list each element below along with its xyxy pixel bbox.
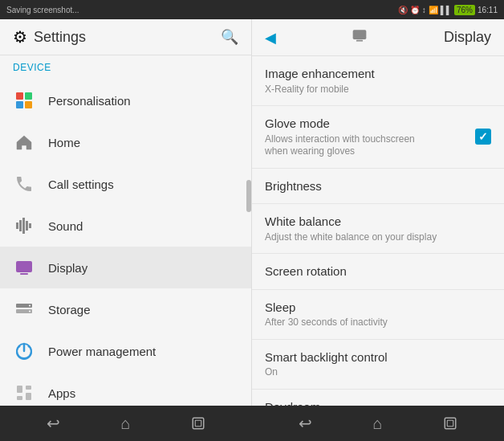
svg-rect-2 [16,101,23,108]
display-item-sleep[interactable]: Sleep After 30 seconds of inactivity [252,290,504,340]
search-button[interactable]: 🔍 [221,28,238,46]
right-home-button[interactable]: ⌂ [372,414,382,433]
signal-icon: ▌▌ [441,6,452,14]
settings-item-personalisation[interactable]: Personalisation [0,80,251,121]
glove-mode-text: Glove mode Allows interaction with touch… [265,116,469,158]
right-status-bar: 🔇 ⏰ ↕ 📶 ▌▌ 76% 16:11 [252,0,504,19]
scroll-indicator [246,180,251,212]
power-icon [13,340,35,362]
svg-rect-16 [17,386,22,393]
white-balance-title: White balance [265,214,491,230]
left-back-button[interactable]: ↩ [47,414,60,433]
svg-rect-23 [356,40,363,42]
home-icon [13,131,35,153]
svg-rect-3 [25,101,32,108]
svg-rect-10 [20,273,28,275]
left-home-button[interactable]: ⌂ [120,414,130,433]
svg-rect-25 [195,420,201,427]
svg-rect-4 [16,223,18,229]
svg-point-13 [29,305,30,307]
sleep-title: Sleep [265,300,491,316]
display-item-screen-rotation[interactable]: Screen rotation [252,254,504,290]
left-status-bar: Saving screenshot... [0,0,252,19]
power-label: Power management [48,345,156,358]
settings-item-display[interactable]: Display [0,247,251,288]
alarm-icon: ⏰ [410,6,420,14]
personalisation-icon [13,89,35,112]
display-item-image-enhancement[interactable]: Image enhancement X-Reality for mobile [252,56,504,106]
right-nav-bar: ↩ ⌂ [252,406,504,441]
smart-backlight-subtitle: On [265,366,491,379]
back-arrow-icon[interactable]: ◀ [265,29,276,47]
call-label: Call settings [48,178,114,191]
white-balance-subtitle: Adjust the white balance on your display [265,231,491,244]
sleep-text: Sleep After 30 seconds of inactivity [265,300,491,329]
time-display: 16:11 [478,6,498,14]
glove-mode-checkbox[interactable]: ✓ [475,129,491,145]
call-icon [13,173,35,195]
white-balance-text: White balance Adjust the white balance o… [265,214,491,243]
brightness-text: Brightness [265,178,491,194]
checkbox-check-icon: ✓ [478,130,488,143]
glove-mode-subtitle: Allows interaction with touchscreenwhen … [265,133,469,158]
smart-backlight-text: Smart backlight control On [265,349,491,379]
screen-rotation-title: Screen rotation [265,263,491,280]
left-nav-bar: ↩ ⌂ [0,406,252,441]
settings-item-power[interactable]: Power management [0,330,251,372]
image-enhancement-title: Image enhancement [265,66,491,82]
panels-wrapper: ⚙ Settings 🔍 DEVICE Personalisation Home… [0,19,504,406]
svg-rect-18 [17,396,22,400]
svg-rect-19 [26,393,31,400]
wifi-icon: 📶 [429,6,438,14]
svg-rect-26 [445,418,456,429]
screen-rotation-text: Screen rotation [265,263,491,280]
left-recent-button[interactable] [191,416,205,431]
device-section-label: DEVICE [0,55,251,76]
display-icon [13,256,35,279]
settings-item-sound[interactable]: Sound [0,205,251,247]
svg-rect-9 [16,261,32,272]
settings-item-storage[interactable]: Storage [0,288,251,330]
display-panel-icon [352,27,368,47]
mute-icon: 🔇 [398,6,408,14]
svg-rect-5 [19,220,22,231]
settings-item-call[interactable]: Call settings [0,163,251,205]
svg-rect-8 [29,223,31,228]
display-panel-title: Display [444,29,491,46]
svg-rect-6 [22,218,25,234]
right-back-button[interactable]: ↩ [299,414,312,433]
right-panel-header: ◀ Display [252,19,504,56]
display-item-glove-mode[interactable]: Glove mode Allows interaction with touch… [252,106,504,169]
smart-backlight-title: Smart backlight control [265,349,491,365]
right-panel: ◀ Display Image enhancement X-Reality fo… [252,19,504,406]
nav-bars: ↩ ⌂ ↩ ⌂ [0,406,504,441]
left-panel-header: ⚙ Settings 🔍 [0,19,251,55]
svg-rect-24 [193,418,204,429]
display-item-smart-backlight[interactable]: Smart backlight control On [252,340,504,390]
settings-item-home[interactable]: Home [0,121,251,163]
sync-icon: ↕ [422,6,426,14]
status-bars: Saving screenshot... 🔇 ⏰ ↕ 📶 ▌▌ 76% 16:1… [0,0,504,19]
storage-label: Storage [48,303,91,316]
display-item-white-balance[interactable]: White balance Adjust the white balance o… [252,204,504,254]
daydream-title: Daydream [265,399,491,406]
settings-item-apps[interactable]: Apps [0,372,251,406]
glove-mode-title: Glove mode [265,116,469,132]
display-item-brightness[interactable]: Brightness [252,169,504,205]
svg-rect-27 [447,420,453,427]
sound-icon [13,214,35,237]
image-enhancement-text: Image enhancement X-Reality for mobile [265,66,491,96]
screenshot-text: Saving screenshot... [6,6,79,14]
right-recent-button[interactable] [443,416,457,431]
sound-label: Sound [48,219,83,233]
home-label: Home [48,136,80,149]
display-item-daydream[interactable]: Daydream Off [252,390,504,406]
daydream-text: Daydream Off [265,399,491,406]
svg-rect-0 [16,92,23,100]
settings-icon: ⚙ [13,27,27,47]
apps-label: Apps [48,386,75,400]
storage-icon [13,298,35,321]
svg-rect-7 [26,221,28,231]
left-panel: ⚙ Settings 🔍 DEVICE Personalisation Home… [0,19,252,406]
personalisation-label: Personalisation [48,94,131,108]
